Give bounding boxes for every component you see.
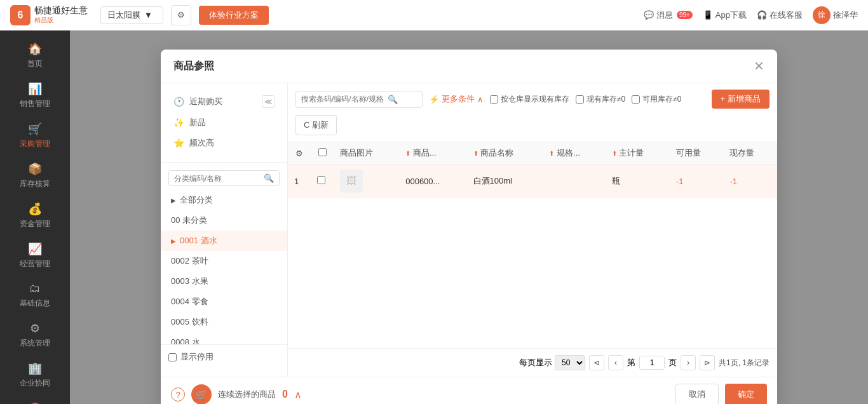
cat-alcohol-label: 0001 酒水 [180,235,217,246]
usable-checkbox[interactable] [632,95,640,104]
product-table: ⚙ 商品图片 ⬆ 商品... [288,142,777,198]
th-name[interactable]: ⬆ 商品名称 [467,142,543,165]
sidebar-label-business: 经营管理 [20,259,50,269]
new-product-item[interactable]: ✨ 新品 [168,112,280,133]
cat-fruit[interactable]: 0003 水果 [161,271,287,292]
cat-water[interactable]: 0008 水 [161,332,287,344]
search-icon-2: 🔍 [388,95,398,104]
th-spec-label: 规格... [557,148,580,158]
th-available: 可用量 [670,142,724,165]
table-body: 1 🖼 000600... 白酒100ml [288,165,777,198]
usable-checkbox-label[interactable]: 可用库存≠0 [632,94,681,105]
collapse-arrow-icon[interactable]: ∧ [294,389,302,401]
collapse-button[interactable]: ≪ [262,95,275,108]
user-menu[interactable]: 徐 徐泽华 [813,6,858,24]
td-code: 000600... [399,165,466,198]
cat-snack[interactable]: 0004 零食 [161,292,287,312]
basic-icon: 🗂 [29,282,41,295]
available-checkbox[interactable] [576,95,584,104]
product-search-box[interactable]: 🔍 [295,91,423,108]
recent-purchase-item[interactable]: 🕐 近期购买 ≪ [168,91,280,112]
last-page-button[interactable]: ⊳ [700,355,715,370]
category-search-box[interactable]: 🔍 [168,170,280,186]
logo-text: 畅捷通好生意 [34,5,88,16]
toolbar: 🔍 ⚡ 更多条件 ∧ 按仓库显示现有库存 [288,83,777,142]
sidebar-item-finance[interactable]: 💰 资金管理 [0,196,70,236]
frequent-item[interactable]: ⭐ 频次高 [168,133,280,153]
cat-all[interactable]: ▶ 全部分类 [161,190,287,210]
th-spec[interactable]: ⬆ 规格... [543,142,605,165]
available-checkbox-label[interactable]: 现有库存≠0 [576,94,625,105]
phone-icon: 📱 [703,10,713,20]
th-checkbox[interactable] [311,142,334,165]
warehouse-checkbox-label[interactable]: 按仓库显示现有库存 [490,94,569,105]
app-download-label: App下载 [715,10,747,21]
system-icon: ⚙ [30,321,40,335]
select-all-checkbox[interactable] [318,148,327,156]
filter-button[interactable]: ⚡ 更多条件 ∧ [429,93,484,105]
th-unit-label: 主计量 [619,148,644,158]
sidebar-label-finance: 资金管理 [20,219,50,229]
display-disabled[interactable]: 显示停用 [161,344,287,369]
sidebar-item-guide[interactable]: 🎯 新手引导 [0,395,70,404]
page-number-input[interactable] [639,356,665,370]
cat-uncategorized[interactable]: 00 未分类 [161,210,287,231]
cat-tea[interactable]: 0002 茶叶 [161,251,287,271]
sidebar-item-business[interactable]: 📈 经营管理 [0,236,70,276]
cat-alcohol[interactable]: ▶ 0001 酒水 [161,231,287,251]
settings-button[interactable]: ⚙ [171,5,191,25]
per-page-dropdown[interactable]: 50 [555,355,585,370]
product-search-input[interactable] [301,95,384,104]
page-size-select[interactable]: 每页显示 50 [519,355,585,370]
th-image: 商品图片 [334,142,399,165]
th-settings[interactable]: ⚙ [288,142,311,165]
available-label: 现有库存≠0 [587,94,625,105]
trial-button[interactable]: 体验行业方案 [199,6,269,25]
sidebar-item-sales[interactable]: 📊 销售管理 [0,76,70,116]
refresh-button[interactable]: C 刷新 [295,115,337,135]
th-code[interactable]: ⬆ 商品... [399,142,466,165]
clock-icon: 🕐 [173,97,184,107]
warehouse-label: 按仓库显示现有库存 [501,94,569,105]
sidebar-item-inventory[interactable]: 📦 库存核算 [0,156,70,196]
messages-button[interactable]: 💬 消息 99+ [644,10,693,21]
sort-icon-2: ⬆ [473,150,478,157]
cat-snack-label: 0004 零食 [171,296,208,307]
cat-fruit-label: 0003 水果 [171,276,208,287]
next-page-button[interactable]: › [681,355,696,370]
sidebar-item-basic[interactable]: 🗂 基础信息 [0,276,70,315]
display-disabled-checkbox[interactable] [168,353,177,361]
add-product-button[interactable]: + 新增商品 [712,90,770,109]
sidebar-item-purchase[interactable]: 🛒 采购管理 [0,116,70,156]
purchase-icon: 🛒 [28,122,42,136]
warehouse-checkbox[interactable] [490,95,498,104]
page-info: 共1页, 1条记录 [719,358,770,368]
nav-dropdown[interactable]: 日太阳膜 ▼ [100,6,163,24]
sidebar-label-inventory: 库存核算 [20,178,50,189]
td-checkbox[interactable] [311,165,334,198]
category-search-input[interactable] [174,174,260,183]
td-stock: -1 [723,165,777,198]
close-button[interactable]: ✕ [754,58,764,74]
app-download-button[interactable]: 📱 App下载 [703,10,747,21]
modal-overlay: 商品参照 ✕ 🕐 近期购买 ≪ ✨ [70,30,868,404]
th-unit[interactable]: ⬆ 主计量 [606,142,670,165]
row-checkbox[interactable] [317,176,325,184]
cart-button[interactable]: 🛒 [191,384,212,404]
confirm-button[interactable]: 确定 [725,384,767,404]
online-service-button[interactable]: 🎧 在线客服 [757,10,803,21]
cat-water-label: 0008 水 [171,337,200,344]
cancel-button[interactable]: 取消 [675,384,719,404]
star-icon: ✨ [173,118,184,128]
table-row[interactable]: 1 🖼 000600... 白酒100ml [288,165,777,198]
first-page-button[interactable]: ⊲ [589,355,604,370]
prev-page-button[interactable]: ‹ [608,355,623,370]
sidebar-item-home[interactable]: 🏠 首页 [0,36,70,76]
sidebar-item-collab[interactable]: 🏢 企业协同 [0,355,70,395]
td-index: 1 [288,165,311,198]
cat-beverage[interactable]: 0005 饮料 [161,312,287,332]
sidebar-item-system[interactable]: ⚙ 系统管理 [0,315,70,355]
sidebar: 🏠 首页 📊 销售管理 🛒 采购管理 📦 库存核算 💰 资金管理 📈 经营管理 … [0,30,70,404]
business-icon: 📈 [28,242,42,256]
help-button[interactable]: ? [171,387,185,401]
